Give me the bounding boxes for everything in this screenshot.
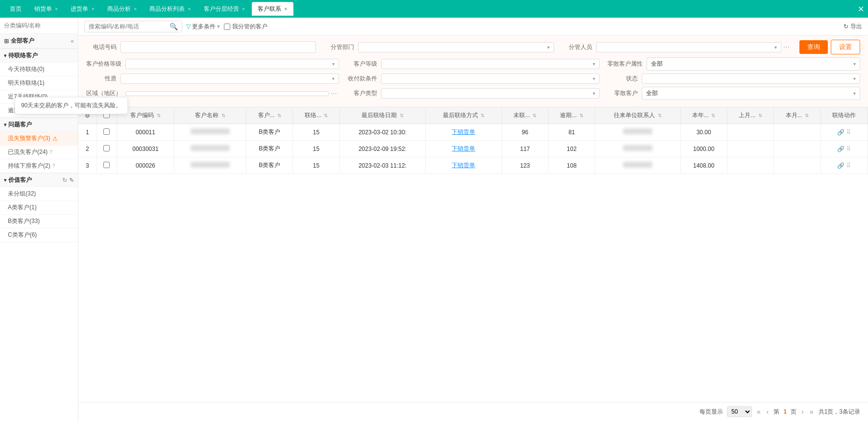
cell-checkbox[interactable] bbox=[96, 141, 117, 157]
sidebar-item-ungrouped[interactable]: 未分组(32) bbox=[0, 187, 78, 201]
row-checkbox[interactable] bbox=[103, 128, 110, 135]
last-page-btn[interactable]: » bbox=[809, 408, 815, 416]
refresh-icon[interactable]: ↻ bbox=[62, 177, 67, 184]
dept-select[interactable]: ▾ bbox=[358, 42, 554, 52]
tab-home-label: 首页 bbox=[10, 5, 22, 13]
action-link-icon[interactable]: 🔗 bbox=[837, 146, 844, 152]
cell-method[interactable]: 下销货单 bbox=[426, 157, 502, 174]
filter-row-1: 电话号码 分管部门 ▾ 分管人员 ▾ ··· bbox=[86, 40, 860, 54]
sidebar-item-tomorrow[interactable]: 明天待联络(1) bbox=[0, 76, 78, 90]
c-class-label: C类客户(6) bbox=[8, 231, 37, 238]
overdue-sort-icon[interactable]: ⇅ bbox=[579, 113, 583, 118]
sidebar-item-declining[interactable]: 持续下滑客户(2) ? bbox=[0, 159, 78, 173]
tab-purchase-close[interactable]: × bbox=[91, 6, 94, 12]
cell-action[interactable]: 🔗 ⠿ bbox=[820, 157, 868, 174]
sidebar-item-churned[interactable]: 已流失客户(24) ? bbox=[0, 146, 78, 159]
sidebar-search-input[interactable] bbox=[4, 22, 77, 29]
main-search-icon[interactable]: 🔍 bbox=[169, 23, 178, 30]
person-more-btn[interactable]: ··· bbox=[781, 43, 792, 51]
person-sort-icon[interactable]: ⇅ bbox=[658, 113, 662, 118]
payment-select[interactable]: ▾ bbox=[381, 74, 600, 84]
cell-method[interactable]: 下销货单 bbox=[426, 141, 502, 157]
main-search-input[interactable] bbox=[89, 23, 169, 30]
per-page-select[interactable]: 50 100 200 bbox=[727, 406, 752, 417]
export-label: 导出 bbox=[850, 23, 862, 31]
query-button[interactable]: 查询 bbox=[799, 40, 828, 54]
action-grid-icon[interactable]: ⠿ bbox=[846, 129, 851, 136]
person-select[interactable]: ▾ bbox=[596, 42, 781, 52]
cell-checkbox[interactable] bbox=[96, 157, 117, 174]
cell-seq: 2 bbox=[78, 141, 96, 157]
cell-action[interactable]: 🔗 ⠿ bbox=[820, 141, 868, 157]
last-month-sort-icon[interactable]: ⇅ bbox=[758, 113, 762, 118]
tab-home[interactable]: 首页 bbox=[4, 2, 27, 16]
export-icon: ↻ bbox=[844, 23, 848, 30]
tab-product-list-close[interactable]: × bbox=[188, 6, 191, 12]
next-page-btn[interactable]: › bbox=[800, 408, 805, 416]
more-conditions-btn[interactable]: ▽ 更多条件 ▾ bbox=[186, 23, 220, 31]
prev-page-btn[interactable]: ‹ bbox=[766, 408, 770, 416]
nature-select[interactable]: ▾ bbox=[121, 74, 339, 84]
sidebar-item-churn-warning[interactable]: 流失预警客户(3) ⚠ bbox=[0, 132, 78, 146]
tab-product-list[interactable]: 商品分析列表 × bbox=[144, 2, 196, 16]
region-more-btn[interactable]: ··· bbox=[329, 89, 339, 98]
contact-sort-icon[interactable]: ⇅ bbox=[324, 113, 328, 118]
customer-type-select[interactable]: ▾ bbox=[381, 88, 600, 99]
action-grid-icon[interactable]: ⠿ bbox=[846, 146, 851, 152]
cell-uncontacted: 96 bbox=[502, 124, 548, 141]
row-checkbox[interactable] bbox=[103, 162, 110, 168]
sidebar-item-a-class[interactable]: A类客户(1) bbox=[0, 201, 78, 215]
sidebar-item-c-class[interactable]: C类客户(6) bbox=[0, 228, 78, 242]
retail-select[interactable]: 全部 ▾ bbox=[642, 87, 860, 100]
tab-sales[interactable]: 销货单 × bbox=[28, 2, 64, 16]
this-month-sort-icon[interactable]: ⇅ bbox=[805, 113, 809, 118]
tab-customer-layered[interactable]: 客户分层经营 × bbox=[198, 2, 251, 16]
filter-status: 状态 ▾ bbox=[607, 74, 860, 84]
sidebar-section-pending[interactable]: ▾ 待联络客户 bbox=[0, 49, 78, 63]
action-grid-icon[interactable]: ⠿ bbox=[846, 162, 851, 169]
sidebar-item-b-class[interactable]: B类客户(33) bbox=[0, 215, 78, 228]
date-sort-icon[interactable]: ⇅ bbox=[400, 113, 404, 118]
tab-sales-label: 销货单 bbox=[34, 5, 52, 13]
nature-down-arrow: ▾ bbox=[332, 76, 335, 81]
code-sort-icon[interactable]: ⇅ bbox=[157, 113, 161, 118]
customer-level-select[interactable]: ▾ bbox=[381, 59, 600, 69]
tab-sales-close[interactable]: × bbox=[55, 6, 58, 12]
edit-icon[interactable]: ✎ bbox=[69, 177, 74, 184]
sidebar-section-value[interactable]: ▾ 价值客户 ↻ ✎ bbox=[0, 173, 78, 187]
tab-product-analysis[interactable]: 商品分析 × bbox=[101, 2, 143, 16]
sidebar-item-today[interactable]: 今天待联络(0) bbox=[0, 63, 78, 76]
pagination: 每页显示 50 100 200 « ‹ 第 1 页 › » 共1页，3条记录 bbox=[78, 402, 868, 421]
cell-method[interactable]: 下销货单 bbox=[426, 124, 502, 141]
export-btn[interactable]: ↻ 导出 bbox=[844, 23, 862, 31]
status-select[interactable]: ▾ bbox=[642, 74, 860, 84]
tab-product-analysis-close[interactable]: × bbox=[134, 6, 137, 12]
sidebar-all-customers[interactable]: ⊞ 全部客户 « bbox=[0, 34, 78, 49]
method-sort-icon[interactable]: ⇅ bbox=[481, 113, 484, 118]
uncontacted-sort-icon[interactable]: ⇅ bbox=[532, 113, 536, 118]
tab-customer-contact[interactable]: 客户联系 × bbox=[252, 2, 293, 16]
action-link-icon[interactable]: 🔗 bbox=[837, 162, 844, 169]
row-checkbox[interactable] bbox=[103, 145, 110, 151]
sidebar-section-problem[interactable]: ▾ 问题客户 bbox=[0, 118, 78, 132]
close-all-button[interactable]: ✕ bbox=[858, 4, 864, 14]
my-customers-checkbox-label[interactable]: 我分管的客户 bbox=[224, 23, 267, 31]
year-sort-icon[interactable]: ⇅ bbox=[711, 113, 715, 118]
settings-button[interactable]: 设置 bbox=[831, 40, 860, 54]
region-select[interactable] bbox=[125, 91, 329, 96]
tab-purchase[interactable]: 进货单 × bbox=[65, 2, 100, 16]
name-sort-icon[interactable]: ⇅ bbox=[221, 113, 225, 118]
type-sort-icon[interactable]: ⇅ bbox=[277, 113, 281, 118]
person-down-arrow: ▾ bbox=[774, 45, 777, 50]
retail-attr-select[interactable]: 全部 ▾ bbox=[647, 57, 860, 71]
tab-customer-contact-close[interactable]: × bbox=[284, 6, 287, 12]
tab-customer-layered-close[interactable]: × bbox=[242, 6, 245, 12]
phone-input[interactable] bbox=[121, 41, 316, 53]
my-customers-label: 我分管的客户 bbox=[232, 23, 267, 31]
cell-checkbox[interactable] bbox=[96, 124, 117, 141]
price-level-select[interactable]: ▾ bbox=[125, 59, 339, 69]
first-page-btn[interactable]: « bbox=[756, 408, 762, 416]
my-customers-checkbox[interactable] bbox=[224, 24, 230, 30]
cell-action[interactable]: 🔗 ⠿ bbox=[820, 124, 868, 141]
action-link-icon[interactable]: 🔗 bbox=[837, 129, 844, 136]
